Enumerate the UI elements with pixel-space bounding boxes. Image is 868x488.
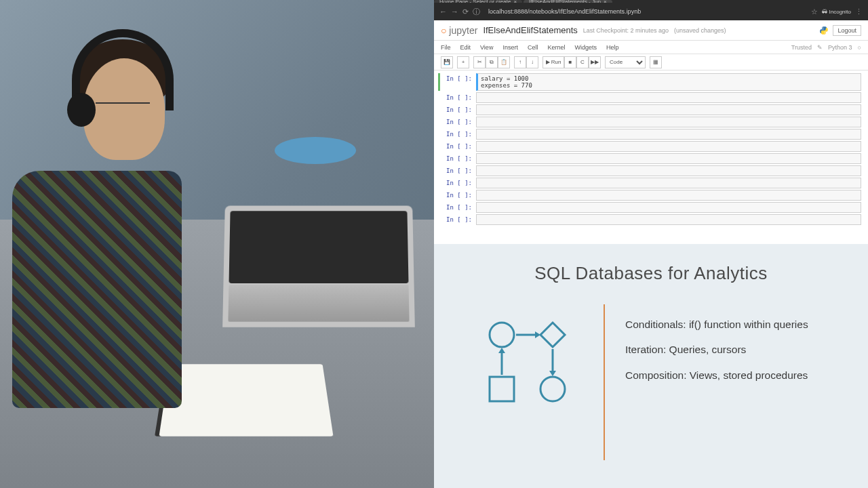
checkpoint-text: Last Checkpoint: 2 minutes ago — [583, 27, 669, 34]
code-cell[interactable]: In [ ]: — [441, 117, 861, 127]
menu-file[interactable]: File — [441, 44, 451, 51]
restart-run-all-button[interactable]: ▶▶ — [589, 56, 601, 68]
menu-view[interactable]: View — [480, 44, 493, 51]
code-cell[interactable]: In [ ]: — [441, 153, 861, 164]
cell-input[interactable] — [476, 190, 861, 201]
plaid-shirt — [12, 171, 182, 408]
incognito-icon: 🕶 — [822, 9, 827, 15]
info-icon[interactable]: ⓘ — [473, 7, 480, 17]
menu-cell[interactable]: Cell — [528, 44, 538, 51]
bullet-item: Composition: Views, stored procedures — [625, 367, 841, 383]
edit-icon[interactable]: ✎ — [817, 44, 823, 51]
cell-input[interactable] — [476, 129, 861, 140]
cell-input[interactable] — [476, 214, 861, 225]
laptop-screen — [229, 211, 408, 284]
move-down-button[interactable]: ↓ — [526, 56, 538, 68]
cut-button[interactable]: ✂ — [473, 56, 486, 68]
code-cell[interactable]: In [ ]: — [441, 165, 861, 176]
logout-button[interactable]: Logout — [833, 25, 861, 36]
cell-input[interactable] — [476, 165, 861, 176]
slide-body: Conditionals: if() function within queri… — [461, 304, 841, 474]
cell-prompt: In [ ]: — [441, 129, 476, 140]
menu-insert[interactable]: Insert — [502, 44, 518, 51]
circle-icon — [540, 377, 565, 401]
kernel-status-icon: ○ — [858, 44, 861, 51]
right-panel: Home Page - Select or create × IfElseAnd… — [434, 0, 868, 488]
svg-marker-2 — [535, 331, 540, 338]
save-status: (unsaved changes) — [674, 27, 726, 34]
menu-help[interactable]: Help — [606, 44, 619, 51]
square-icon — [490, 377, 514, 401]
notebook-title[interactable]: IfElseAndElifStatements — [483, 25, 577, 35]
command-palette-button[interactable]: ▦ — [650, 56, 662, 68]
cell-prompt: In [ ]: — [441, 104, 476, 115]
incognito-badge: 🕶 Incognito — [822, 9, 851, 15]
cell-input[interactable] — [476, 141, 861, 152]
code-cell[interactable]: In [ ]: — [441, 202, 861, 213]
menu-widgets[interactable]: Widgets — [574, 44, 597, 51]
celltype-select[interactable]: Code — [605, 56, 646, 68]
star-icon[interactable]: ☆ — [811, 7, 818, 16]
cell-prompt: In [ ]: — [441, 165, 476, 176]
run-button[interactable]: ▶ Run — [542, 56, 564, 68]
cell-prompt: In [ ]: — [441, 92, 476, 103]
menu-kernel[interactable]: Kernel — [547, 44, 565, 51]
move-up-button[interactable]: ↑ — [514, 56, 526, 68]
cell-prompt: In [ ]: — [441, 214, 476, 225]
cell-input[interactable] — [476, 178, 861, 188]
forward-icon[interactable]: → — [451, 7, 458, 16]
diamond-icon — [540, 323, 565, 347]
stop-button[interactable]: ■ — [564, 56, 576, 68]
code-cell[interactable]: In [ ]: — [441, 141, 861, 152]
add-cell-button[interactable]: + — [457, 56, 469, 68]
menu-edit[interactable]: Edit — [460, 44, 471, 51]
cell-prompt: In [ ]: — [441, 141, 476, 152]
code-cell[interactable]: In [ ]: — [441, 129, 861, 140]
cell-input[interactable]: salary = 1000 expenses = 770 — [476, 73, 861, 91]
address-bar[interactable]: localhost:8888/notebooks/IfElseAndElifSt… — [484, 7, 807, 16]
glasses — [96, 102, 150, 116]
kernel-name[interactable]: Python 3 — [828, 44, 852, 51]
jupyter-browser-window: Home Page - Select or create × IfElseAnd… — [434, 0, 868, 244]
python-icon — [819, 26, 829, 35]
copy-button[interactable]: ⧉ — [486, 56, 498, 68]
cell-prompt: In [ ]: — [441, 153, 476, 164]
jupyter-header: ○ jupyter IfElseAndElifStatements Last C… — [434, 20, 868, 41]
jupyter-toolbar: 💾 + ✂ ⧉ 📋 ↑ ↓ ▶ Run ■ C ▶▶ Code — [434, 54, 868, 70]
code-cell[interactable]: In [ ]: salary = 1000 expenses = 770 — [441, 73, 861, 91]
cell-input[interactable] — [476, 117, 861, 127]
cell-prompt: In [ ]: — [441, 190, 476, 201]
svg-marker-4 — [498, 348, 505, 353]
cell-input[interactable] — [476, 153, 861, 164]
trusted-indicator[interactable]: Trusted — [791, 44, 812, 51]
code-cell[interactable]: In [ ]: — [441, 178, 861, 188]
flowchart-icon — [478, 311, 580, 413]
incognito-label: Incognito — [829, 9, 851, 15]
photo-simulation — [0, 0, 434, 488]
code-cell[interactable]: In [ ]: — [441, 104, 861, 115]
save-button[interactable]: 💾 — [441, 56, 453, 68]
code-cell[interactable]: In [ ]: — [441, 190, 861, 201]
svg-point-1 — [825, 33, 826, 33]
cell-input[interactable] — [476, 92, 861, 103]
paste-button[interactable]: 📋 — [498, 56, 510, 68]
menu-icon[interactable]: ⋮ — [855, 7, 863, 16]
bullet-list: Conditionals: if() function within queri… — [625, 304, 841, 392]
jupyter-logo[interactable]: ○ jupyter — [441, 25, 477, 36]
reload-icon[interactable]: ⟳ — [462, 7, 469, 16]
cell-input[interactable] — [476, 202, 861, 213]
svg-point-0 — [823, 27, 823, 28]
vertical-divider — [604, 304, 605, 460]
person-studying — [0, 0, 239, 488]
cell-prompt: In [ ]: — [441, 73, 476, 91]
circle-icon — [490, 323, 514, 347]
svg-marker-3 — [549, 371, 556, 376]
headphone-cup — [67, 93, 96, 127]
laptop-keyboard — [228, 285, 409, 322]
cell-input[interactable] — [476, 104, 861, 115]
back-icon[interactable]: ← — [439, 7, 447, 16]
bullet-item: Iteration: Queries, cursors — [625, 342, 841, 357]
code-cell[interactable]: In [ ]: — [441, 214, 861, 225]
restart-button[interactable]: C — [576, 56, 589, 68]
code-cell[interactable]: In [ ]: — [441, 92, 861, 103]
